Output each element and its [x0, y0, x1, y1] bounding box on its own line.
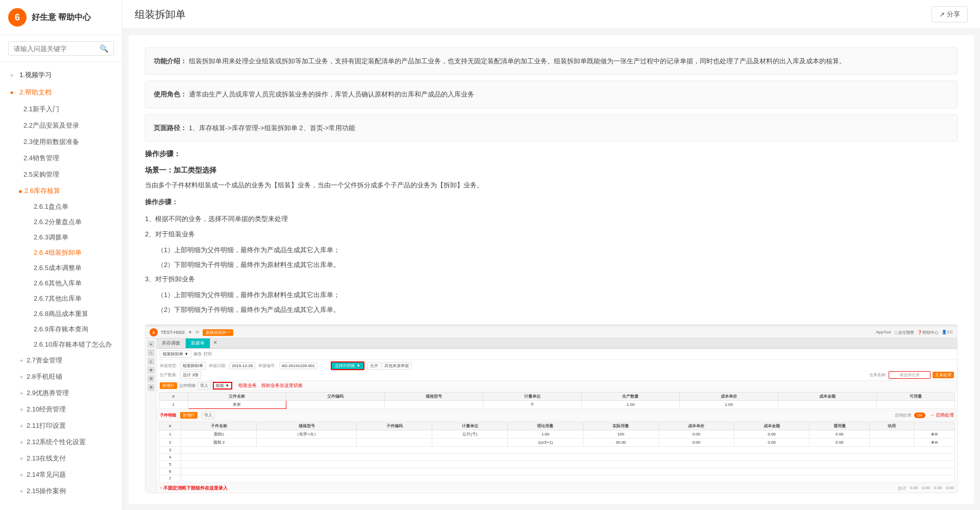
func-intro-text: 组装拆卸单用来处理企业组装或拆卸等加工业务，支持有固定装配清单的产品加工业务，也…: [189, 57, 846, 65]
search-icon[interactable]: 🔍: [100, 44, 108, 53]
sidebar-item-sysconfig[interactable]: ＋ 2.12系统个性化设置: [4, 434, 122, 450]
chrome-new-btn[interactable]: 新建组装拆一: [203, 329, 233, 336]
lc-name: 面粉1: [181, 430, 257, 439]
tab-new[interactable]: 新建单: [186, 338, 210, 348]
share-label: 分享: [947, 10, 960, 19]
minus-sub-icon: ●: [18, 187, 22, 195]
sidebar-item-newcomer[interactable]: 2.1新手入门: [4, 101, 122, 117]
lower-row-1: 1 面粉1 （化学+火） 公斤(千) 1.00 100 0.00: [159, 430, 955, 439]
sidebar-item-inventory[interactable]: ● 2.6库存核算: [4, 183, 122, 199]
toolbar-type-dropdown[interactable]: 组装拆卸单 ▼: [160, 350, 191, 358]
btn-action1[interactable]: 合并: [368, 362, 381, 370]
lc-no-7: 7: [159, 475, 181, 482]
enable-toggle[interactable]: On: [914, 412, 926, 418]
sidebar-item-finance[interactable]: ＋ 2.7资金管理: [4, 352, 122, 369]
chrome-refresh: ⟳: [195, 330, 200, 335]
search-box[interactable]: 🔍: [8, 41, 114, 56]
toolbar-print[interactable]: 打印: [204, 351, 212, 357]
sidebar-item-transfer[interactable]: 2.6.3调拨单: [8, 230, 122, 245]
logo-title: 好生意 帮助中心: [32, 12, 91, 23]
plus-faq-icon: ＋: [18, 471, 24, 479]
lc-ops-2[interactable]: ⊕⊖: [914, 439, 955, 447]
toolbar-save[interactable]: 保存: [193, 351, 202, 357]
lc-unit-2: [432, 439, 508, 447]
lc-ops[interactable]: ⊕⊖: [914, 430, 955, 439]
lower-import-btn[interactable]: 导入: [202, 411, 215, 419]
screenshot-wrapper: 6 TEST-H002 ▼ ⟳ 新建组装拆一 AppTool △业垃预警 ❓帮助…: [145, 325, 957, 493]
btn-action2[interactable]: 其他来源单据: [382, 362, 411, 370]
cell-spec: [385, 401, 483, 409]
scene1-desc: 当由多个子件材料组装成一个成品的业务为【组装】业务，当由一个父件拆分成多个子产品…: [145, 179, 958, 192]
sidebar-item-cases[interactable]: ＋ 2.15操作案例: [4, 483, 122, 499]
sidebar-item-video[interactable]: ＋ 1.视频学习: [0, 66, 122, 84]
sidebar-item-operations[interactable]: ＋ 2.10经营管理: [4, 401, 122, 418]
process-btn[interactable]: 立来处理: [933, 372, 954, 378]
nav-tree: ＋ 1.视频学习 ● 2.帮助文档 2.1新手入门 2.2产品安装及登录 2.3…: [0, 62, 122, 510]
sidebar-item-install[interactable]: 2.2产品安装及登录: [4, 117, 122, 134]
sidebar-item-inventoryquery[interactable]: 2.6.9库存账本查询: [8, 322, 122, 337]
nav-icon-6[interactable]: ⚙: [148, 384, 155, 391]
chrome-version: ▼: [188, 330, 192, 335]
lcol-actual: 实际用量: [583, 422, 658, 430]
sidebar-label-sysconfig: 2.12系统个性化设置: [27, 438, 86, 447]
lc-code-2: [357, 439, 432, 447]
sidebar-item-dataprep[interactable]: 2.3使用前数据准备: [4, 134, 122, 150]
lower-row-5: 5: [159, 461, 955, 468]
lc-theory-2: 1(x/2+1): [507, 439, 583, 447]
nav-icon-3[interactable]: △: [148, 358, 155, 365]
table-row: 1 米米 个 1.00 1.00: [159, 401, 955, 409]
sidebar-item-costadjust[interactable]: 2.6.5成本调整单: [8, 260, 122, 276]
lc-spec-2: [257, 439, 357, 447]
tab-transfer[interactable]: 库存调拨: [157, 338, 186, 348]
lower-add-btn[interactable]: 新增行: [180, 412, 198, 419]
sidebar-label-video: 1.视频学习: [19, 70, 52, 80]
share-button[interactable]: ↗ 分享: [932, 6, 968, 22]
share-icon: ↗: [939, 11, 945, 18]
ops-title: 操作步骤：: [145, 150, 958, 159]
top-bar: 组装拆卸单 ↗ 分享: [122, 0, 980, 29]
sidebar-label-coupon: 2.9优惠券管理: [27, 388, 69, 398]
lc-name-2: 面粉 2: [181, 439, 257, 447]
total-label: 合计: [898, 485, 906, 491]
search-input[interactable]: [14, 45, 100, 53]
sidebar-item-assembly[interactable]: 2.6.4组装拆卸单: [8, 245, 122, 260]
confirm-btn-annotated[interactable]: 选择归档账 ▼: [331, 361, 364, 370]
sidebar-item-payment[interactable]: ＋ 2.13在线支付: [4, 450, 122, 467]
add-row-btn[interactable]: 新增行: [160, 382, 177, 389]
sidebar-item-otherinput[interactable]: 2.6.6其他入库单: [8, 276, 122, 291]
nav-icon-5[interactable]: ☰: [148, 375, 155, 382]
sidebar-item-faq[interactable]: ＋ 2.14常见问题: [4, 467, 122, 483]
step-list: 1、根据不同的业务，选择不同单据的类型来处理 2、对于组装业务 （1）上部明细为…: [145, 213, 958, 317]
sidebar-item-purchase[interactable]: 2.5采购管理: [4, 166, 122, 183]
sidebar-item-docs[interactable]: ● 2.帮助文档: [0, 84, 122, 101]
sidebar-item-mobile[interactable]: ＋ 2.8手机旺铺: [4, 369, 122, 385]
sidebar-item-otheroutput[interactable]: 2.6.7其他出库单: [8, 291, 122, 306]
col-cost-amount: 成本金额: [778, 393, 877, 401]
nav-icon-4[interactable]: ⊕: [148, 367, 155, 374]
plus-icon: ＋: [8, 71, 15, 79]
sidebar-item-inventoryerror[interactable]: 2.6.10库存账本错了怎么办: [8, 337, 122, 352]
nav-icon-2[interactable]: □: [148, 349, 155, 356]
lcol-action: 动用: [870, 422, 914, 430]
lcol-ops: [914, 422, 955, 430]
col-parent-name: 父件名称: [188, 393, 286, 401]
sidebar-item-costrecalc[interactable]: 2.6.8商品成本重算: [8, 306, 122, 322]
minus-icon: ●: [8, 89, 15, 96]
warehouse-field[interactable]: 请选择仓库: [889, 371, 930, 379]
tab-close[interactable]: ✕: [210, 338, 220, 348]
lc-empty-6: [181, 468, 955, 475]
nav-group-video: ＋ 1.视频学习: [0, 66, 122, 84]
nav-icon-1[interactable]: ≡: [148, 341, 155, 348]
lcol-name: 子件名称: [181, 422, 257, 430]
sidebar-item-coupon[interactable]: ＋ 2.9优惠券管理: [4, 385, 122, 401]
sidebar-item-partstake[interactable]: 2.6.2分量盘点单: [8, 214, 122, 230]
sidebar-label-operations: 2.10经营管理: [27, 405, 66, 414]
total-price: 0.00: [934, 485, 942, 491]
import-btn[interactable]: 导入: [198, 382, 211, 390]
type-select-annotated[interactable]: 组装 ▼: [213, 382, 232, 390]
scene1-title: 场景一：加工类型选择: [145, 166, 958, 175]
sidebar-item-sales[interactable]: 2.4销售管理: [4, 150, 122, 166]
lower-row-2: 2 面粉 2 1(x/2+1) 30.00 0.00: [159, 439, 955, 447]
sidebar-item-stocktake[interactable]: 2.6.1盘点单: [8, 199, 122, 214]
sidebar-item-print[interactable]: ＋ 2.11打印设置: [4, 418, 122, 434]
